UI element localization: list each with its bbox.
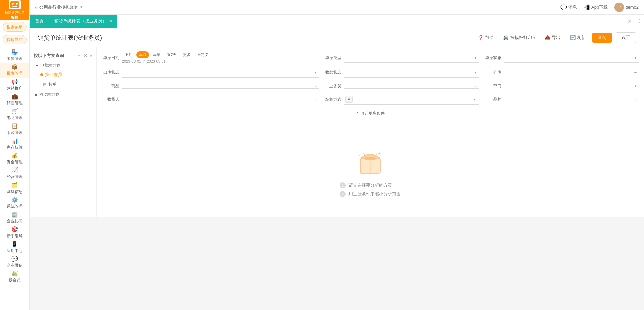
scheme-settings-icon[interactable]: ⊙ bbox=[84, 53, 88, 59]
sidebar-item-wholesale[interactable]: 📦 批发管理 bbox=[0, 63, 30, 78]
sidebar-item-retail[interactable]: 🏪 零售管理 bbox=[0, 48, 30, 63]
date-btn-custom[interactable]: 自定义 bbox=[195, 51, 211, 58]
sidebar-item-basic[interactable]: 🗂️ 基础信息 bbox=[0, 181, 30, 196]
goods-dots[interactable]: ··· bbox=[314, 83, 317, 88]
consignee-dots[interactable]: ··· bbox=[314, 97, 317, 102]
collapse-btn[interactable]: ⌃ 收起更多条件 bbox=[102, 108, 639, 119]
print-label: 按模板打印 bbox=[510, 35, 532, 41]
sidebar-item-label-appcenter: 应用中心 bbox=[7, 248, 23, 254]
tab-sales-stats[interactable]: 销货单统计表（按业务员） × bbox=[49, 15, 117, 28]
settlement-label: 结算方式 bbox=[324, 97, 341, 102]
filter-sidebar-header-icons: ＋ ⊙ « bbox=[77, 53, 92, 59]
sidebar-item-sales[interactable]: 💼 销售管理 bbox=[0, 92, 30, 107]
sidebar-item-newuser[interactable]: 🎯 新手引导 bbox=[0, 225, 30, 240]
search-menu-button[interactable]: 搜索菜单 bbox=[3, 22, 27, 32]
brand-field: 品牌 ··· bbox=[484, 97, 639, 102]
payment-status-select[interactable] bbox=[344, 67, 479, 78]
date-btn-thisyear[interactable]: 本年 bbox=[150, 51, 163, 58]
add-scheme-icon[interactable]: ＋ bbox=[77, 53, 82, 59]
sidebar-item-inventory[interactable]: 📊 库存核算 bbox=[0, 137, 30, 151]
doc-type-select[interactable] bbox=[344, 53, 479, 63]
dept-select[interactable] bbox=[504, 81, 639, 91]
export-button[interactable]: 📤 导出 bbox=[542, 33, 563, 42]
purchase-icon: 📋 bbox=[11, 123, 18, 129]
logo-subtitle: 畅捷通好生意 bbox=[5, 10, 25, 15]
filter-form-area: 单据日期 上月 本月 本年 近7天 更多 自定义 bbox=[97, 47, 644, 217]
collapse-sidebar-icon[interactable]: « bbox=[90, 53, 92, 59]
shortcut-nav-button[interactable]: 快捷导航 bbox=[3, 35, 27, 44]
sidebar-item-ecommerce[interactable]: 🛒 电商管理 bbox=[0, 107, 30, 122]
mobile-scheme-label[interactable]: ▶ 移动端方案 bbox=[32, 90, 94, 99]
filter-row-4: 收货人 ··· 结算方式 × bbox=[102, 94, 639, 105]
sidebar-item-label-inventory: 库存核算 bbox=[7, 145, 23, 150]
sidebar-item-label-newuser: 新手引导 bbox=[7, 233, 23, 239]
print-button[interactable]: 🖨️ 按模板打印 ▾ bbox=[500, 33, 538, 42]
logo-icon bbox=[9, 0, 21, 9]
salesperson-field: 业务员 ··· bbox=[324, 83, 479, 89]
doc-status-select[interactable] bbox=[504, 53, 639, 63]
refresh-label: 刷新 bbox=[577, 35, 586, 41]
sidebar-item-finance[interactable]: 💰 资金管理 bbox=[0, 151, 30, 166]
topbar: 办公用品行业模拟账套 ▾ 💬 消息 📲 App下载 Ea demo2 bbox=[30, 0, 644, 15]
doc-status-field: 单据状态 bbox=[484, 53, 639, 63]
help-button[interactable]: ❓ 帮助 bbox=[475, 33, 496, 42]
sidebar-item-operations[interactable]: 📈 经营管理 bbox=[0, 166, 30, 181]
sidebar-item-purchase[interactable]: 📋 采购管理 bbox=[0, 122, 30, 137]
date-btn-thismonth[interactable]: 本月 bbox=[136, 51, 149, 58]
page-title: 销货单统计表(按业务员) bbox=[38, 34, 102, 46]
desktop-scheme-label[interactable]: ▼ 电脑端方案 bbox=[32, 61, 94, 70]
salesperson-dots[interactable]: ··· bbox=[474, 83, 477, 88]
sidebar-item-system[interactable]: ⚙️ 系统管理 bbox=[0, 196, 30, 210]
window-max-btn[interactable]: ⛶ bbox=[636, 19, 640, 24]
window-close-btn[interactable]: ✕ bbox=[627, 18, 632, 24]
doc-status-label: 单据状态 bbox=[484, 55, 501, 61]
goods-field: 商品 ··· bbox=[102, 83, 319, 89]
out-status-select[interactable] bbox=[122, 67, 319, 78]
tab-window-controls: ✕ ⛶ bbox=[623, 15, 644, 28]
warehouse-label: 仓库 bbox=[484, 70, 501, 75]
sub-item-label: 按单 bbox=[49, 82, 57, 87]
scheme-item-salesperson[interactable]: 按业务员 bbox=[32, 70, 94, 80]
mobile-scheme-text: 移动端方案 bbox=[39, 92, 59, 97]
brand-dots[interactable]: ··· bbox=[634, 97, 637, 102]
date-btn-more[interactable]: 更多 bbox=[180, 51, 193, 58]
topbar-dropdown-icon[interactable]: ▾ bbox=[80, 5, 83, 9]
app-download-action[interactable]: 📲 App下载 bbox=[584, 4, 608, 10]
settlement-tag-close[interactable]: × bbox=[348, 97, 350, 102]
step-2-text: 用过滤条件来缩小分析范围 bbox=[348, 191, 401, 197]
sidebar-item-marketing[interactable]: 📢 营销推广 bbox=[0, 78, 30, 92]
tab-home[interactable]: 首页 bbox=[30, 15, 49, 28]
user-section[interactable]: Ea demo2 bbox=[614, 3, 639, 12]
settlement-select[interactable] bbox=[354, 94, 477, 104]
finance-icon: 💰 bbox=[11, 152, 18, 159]
sidebar-item-enterprise[interactable]: 🏢 企业协同 bbox=[0, 210, 30, 225]
svg-rect-0 bbox=[10, 1, 19, 8]
date-btn-lastmonth[interactable]: 上月 bbox=[122, 51, 135, 58]
settings-button[interactable]: 设置 bbox=[616, 32, 636, 43]
warehouse-dots[interactable]: ··· bbox=[634, 70, 637, 75]
svg-text:✦: ✦ bbox=[359, 154, 361, 157]
refresh-button[interactable]: 🔄 刷新 bbox=[567, 33, 588, 42]
step-1-text: 请先选择要分析的方案 bbox=[348, 182, 392, 188]
sidebar-item-wechat[interactable]: 💬 企业微信 bbox=[0, 255, 30, 269]
query-button[interactable]: 查询 bbox=[592, 33, 612, 43]
date-btn-7days[interactable]: 近7天 bbox=[164, 51, 179, 58]
date-control: 上月 本月 本年 近7天 更多 自定义 2023-03-01 至 2023-03… bbox=[122, 51, 319, 64]
scheme-sub-item-order[interactable]: ⊞ 按单 bbox=[32, 80, 94, 89]
dept-field: 部门 bbox=[484, 81, 639, 91]
sidebar-item-label-ecommerce: 电商管理 bbox=[7, 115, 23, 121]
empty-step-1: 1 请先选择要分析的方案 bbox=[340, 182, 401, 188]
logo-text: 标搜 bbox=[11, 15, 18, 20]
sidebar-divider-1 bbox=[5, 47, 25, 47]
collapse-label: 收起更多条件 bbox=[361, 111, 385, 116]
out-status-control bbox=[122, 67, 319, 78]
sidebar-item-label-wechat: 企业微信 bbox=[7, 263, 23, 268]
sidebar-item-vip[interactable]: 👑 畅会员 bbox=[0, 269, 30, 284]
basic-icon: 🗂️ bbox=[11, 182, 18, 188]
tab-close-icon[interactable]: × bbox=[110, 19, 112, 23]
sidebar-item-appcenter[interactable]: 📱 应用中心 bbox=[0, 240, 30, 255]
empty-state: ✦ ✦ 1 请先选择要分析的方案 bbox=[97, 123, 644, 217]
message-action[interactable]: 💬 消息 bbox=[560, 4, 577, 10]
operations-icon: 📈 bbox=[11, 167, 18, 173]
tab-spacer bbox=[117, 15, 623, 28]
